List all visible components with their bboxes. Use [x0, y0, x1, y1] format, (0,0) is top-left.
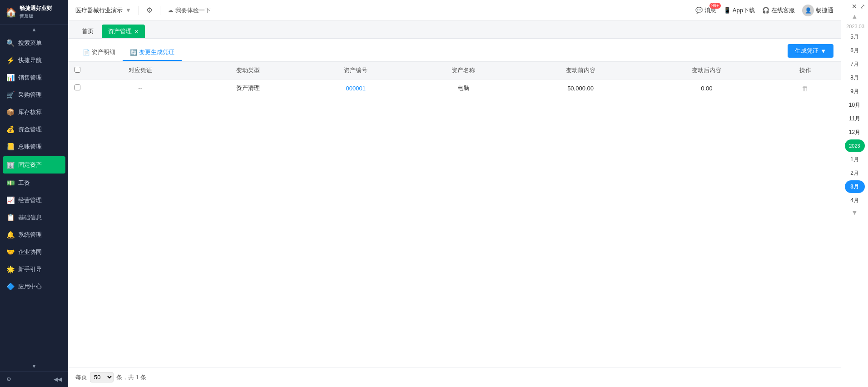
- cell-voucher: --: [86, 79, 194, 97]
- sidebar-item-funds[interactable]: 💰 资金管理: [0, 121, 68, 138]
- sidebar-item-app-center[interactable]: 🔷 应用中心: [0, 278, 68, 295]
- sidebar-item-inventory[interactable]: 📦 库存核算: [0, 104, 68, 121]
- month-8[interactable]: 8月: [845, 71, 865, 84]
- month-3-active[interactable]: 3月: [845, 180, 865, 193]
- basic-info-icon: 📋: [6, 213, 15, 222]
- ledger-icon: 📒: [6, 143, 15, 151]
- download-icon: 📱: [724, 7, 731, 14]
- month-7[interactable]: 7月: [845, 58, 865, 70]
- col-voucher: 对应凭证: [86, 62, 194, 79]
- date-panel: ✕ ⤢ ▲ 2023.03 5月 6月 7月 8月 9月 10月 11月 12月…: [841, 0, 868, 387]
- col-action: 操作: [770, 62, 841, 79]
- sidebar-label-fixed-assets: 固定资产: [18, 161, 42, 169]
- per-page-label: 每页: [75, 373, 87, 382]
- messages-badge[interactable]: 💬 消息 99+: [695, 6, 716, 15]
- panel-close-icon[interactable]: ✕: [851, 2, 858, 11]
- cell-asset-no: 000001: [302, 79, 410, 97]
- system-icon: 🔔: [6, 231, 15, 239]
- col-change-type: 变动类型: [194, 62, 302, 79]
- message-icon: 💬: [695, 7, 703, 14]
- sidebar-item-sales[interactable]: 📊 销售管理: [0, 69, 68, 86]
- sidebar-label-inventory: 库存核算: [18, 108, 42, 116]
- row-checkbox[interactable]: [74, 84, 80, 90]
- month-10[interactable]: 10月: [845, 99, 865, 111]
- year-2023-badge[interactable]: 2023: [845, 139, 865, 152]
- sidebar-item-search[interactable]: 🔍 搜索菜单: [0, 35, 68, 52]
- date-scroll: ▲ 2023.03 5月 6月 7月 8月 9月 10月 11月 12月 202…: [841, 11, 868, 387]
- sidebar-item-quick-nav[interactable]: ⚡ 快捷导航: [0, 52, 68, 69]
- sidebar-item-operations[interactable]: 📈 经营管理: [0, 192, 68, 209]
- cell-change-type: 资产清理: [194, 79, 302, 97]
- purchase-icon: 🛒: [6, 91, 15, 99]
- delete-icon[interactable]: 🗑: [802, 84, 808, 92]
- sidebar-item-purchase[interactable]: 🛒 采购管理: [0, 86, 68, 104]
- per-page-select[interactable]: 50 10 20 100: [90, 372, 114, 382]
- sidebar-item-payroll[interactable]: 💵 工资: [0, 174, 68, 192]
- month-11[interactable]: 11月: [845, 112, 865, 125]
- sales-icon: 📊: [6, 74, 15, 82]
- enterprise-icon: 🤝: [6, 248, 15, 256]
- date-down-arrow[interactable]: ▼: [850, 207, 860, 218]
- month-4[interactable]: 4月: [845, 194, 865, 207]
- month-5[interactable]: 5月: [845, 30, 865, 43]
- subtab-asset-detail[interactable]: 📄 资产明细: [75, 45, 123, 61]
- subtabbar: 📄 资产明细 🔄 变更生成凭证 生成凭证 ▼: [68, 39, 841, 62]
- sidebar-item-enterprise[interactable]: 🤝 企业协同: [0, 243, 68, 261]
- settings-icon[interactable]: ⚙: [6, 376, 11, 382]
- pagination: 每页 50 10 20 100 条，共 1 条: [68, 367, 841, 387]
- app-download-label: App下载: [733, 6, 755, 15]
- try-button[interactable]: ☁ 我要体验一下: [168, 6, 211, 15]
- total-label: 条，共 1 条: [116, 373, 146, 382]
- sidebar-label-operations: 经营管理: [18, 196, 42, 204]
- app-download-btn[interactable]: 📱 App下载: [724, 6, 755, 15]
- sidebar-label-ledger: 总账管理: [18, 143, 42, 151]
- month-1[interactable]: 1月: [845, 153, 865, 166]
- guide-icon: 🌟: [6, 265, 15, 273]
- sidebar-item-guide[interactable]: 🌟 新手引导: [0, 261, 68, 278]
- sidebar-label-guide: 新手引导: [18, 265, 42, 273]
- subtab-change-voucher[interactable]: 🔄 变更生成凭证: [123, 45, 182, 61]
- generate-dropdown-icon: ▼: [820, 48, 826, 55]
- search-icon: 🔍: [6, 39, 15, 47]
- sidebar-label-app-center: 应用中心: [18, 283, 42, 291]
- sidebar-item-basic-info[interactable]: 📋 基础信息: [0, 209, 68, 226]
- sidebar-label-system: 系统管理: [18, 231, 42, 239]
- tab-asset-mgmt-label: 资产管理: [108, 27, 132, 35]
- online-support-btn[interactable]: 🎧 在线客服: [762, 6, 795, 15]
- sidebar-label-funds: 资金管理: [18, 125, 42, 134]
- tab-home-label: 首页: [82, 28, 94, 35]
- generate-label: 生成凭证: [795, 47, 818, 55]
- settings-gear-icon[interactable]: ⚙: [146, 6, 153, 15]
- subtab-asset-detail-label: 资产明细: [92, 48, 115, 56]
- col-after: 变动后内容: [644, 62, 770, 79]
- cell-asset-name: 电脑: [410, 79, 517, 97]
- month-6[interactable]: 6月: [845, 44, 865, 57]
- sidebar-scroll-down[interactable]: ▼: [0, 361, 68, 371]
- month-9[interactable]: 9月: [845, 85, 865, 98]
- try-label: 我要体验一下: [175, 6, 211, 15]
- cell-before: 50,000.00: [517, 79, 644, 97]
- change-voucher-icon: 🔄: [130, 49, 137, 56]
- tab-close-icon[interactable]: ✕: [134, 29, 139, 35]
- sidebar-scroll-up[interactable]: ▲: [0, 25, 68, 35]
- sidebar-item-system[interactable]: 🔔 系统管理: [0, 226, 68, 243]
- date-up-arrow[interactable]: ▲: [850, 11, 860, 22]
- select-all-th: [68, 62, 86, 79]
- generate-voucher-button[interactable]: 生成凭证 ▼: [788, 44, 833, 58]
- month-2[interactable]: 2月: [845, 167, 865, 179]
- panel-header: ✕ ⤢: [841, 0, 868, 11]
- funds-icon: 💰: [6, 125, 15, 134]
- sidebar-item-ledger[interactable]: 📒 总账管理: [0, 138, 68, 155]
- tab-asset-mgmt[interactable]: 资产管理 ✕: [102, 25, 145, 38]
- month-12[interactable]: 12月: [845, 126, 865, 139]
- messages-count: 99+: [709, 3, 721, 9]
- table-header-row: 对应凭证 变动类型 资产编号 资产名称 变动前内容 变动后内容 操作: [68, 62, 841, 79]
- company-selector[interactable]: 医疗器械行业演示 ▼: [75, 6, 131, 15]
- sidebar-item-fixed-assets[interactable]: 🏢 固定资产: [3, 156, 65, 174]
- user-menu[interactable]: 👤 畅捷通: [802, 5, 833, 16]
- collapse-icon[interactable]: ◀◀: [54, 376, 62, 382]
- panel-expand-icon[interactable]: ⤢: [859, 2, 866, 11]
- sidebar-label-sales: 销售管理: [18, 74, 42, 82]
- select-all-checkbox[interactable]: [74, 67, 80, 73]
- tab-home[interactable]: 首页: [75, 25, 100, 38]
